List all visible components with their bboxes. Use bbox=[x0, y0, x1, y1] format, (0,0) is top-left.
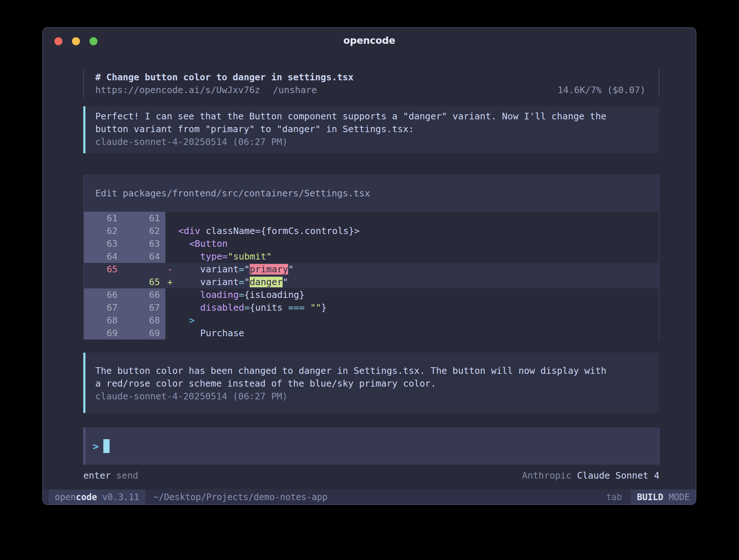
prompt-caret: > bbox=[93, 441, 99, 452]
line-number-old: 66 bbox=[84, 288, 122, 301]
model-label: Claude Sonnet 4 bbox=[577, 469, 659, 482]
diff-code-line: - variant="primary" bbox=[167, 263, 294, 276]
status-bar: opencode v0.3.11 ~/Desktop/Projects/demo… bbox=[43, 490, 696, 505]
line-number-new bbox=[122, 263, 165, 276]
line-number-new: 66 bbox=[122, 288, 165, 301]
line-number-old: 69 bbox=[84, 327, 122, 340]
app-name-code: code bbox=[76, 492, 97, 502]
diff-marker: + bbox=[167, 277, 173, 287]
session-title: # Change button color to danger in setti… bbox=[95, 71, 646, 84]
share-url-link[interactable]: https://opencode.ai/s/UwJxv76z bbox=[95, 84, 260, 96]
line-number-old: 63 bbox=[84, 237, 122, 250]
diff-view: 6161 6262 <div className={formCs.control… bbox=[84, 212, 659, 340]
titlebar: opencode bbox=[43, 28, 696, 53]
diff-code-line: type="submit" bbox=[167, 250, 272, 263]
send-hint: send bbox=[111, 469, 138, 482]
diff-code-line: + variant="danger" bbox=[167, 276, 288, 288]
assistant-message: The button color has been changed to dan… bbox=[83, 353, 659, 413]
enter-key-hint: enter bbox=[83, 469, 111, 482]
mode-indicator-chip: BUILD MODE bbox=[631, 490, 696, 505]
diff-row: 6363 <Button bbox=[84, 237, 659, 250]
app-version: v0.3.11 bbox=[97, 492, 139, 502]
diff-code-line: disabled={units === ""} bbox=[167, 301, 327, 314]
unshare-command[interactable]: /unshare bbox=[273, 84, 317, 96]
line-number-new: 63 bbox=[122, 237, 165, 250]
diff-row: 6161 bbox=[84, 212, 659, 225]
tab-key-hint: tab bbox=[606, 490, 622, 505]
message-text: The button color has been changed to dan… bbox=[95, 364, 648, 377]
message-model-timestamp: claude-sonnet-4-20250514 (06:27 PM) bbox=[95, 135, 648, 148]
line-number-new: 68 bbox=[122, 314, 165, 327]
provider-label: Anthropic bbox=[522, 469, 577, 482]
diff-marker bbox=[167, 328, 173, 338]
diff-code-line: Purchase bbox=[167, 327, 244, 340]
diff-marker bbox=[167, 289, 173, 300]
line-number-old: 62 bbox=[84, 225, 122, 237]
message-model-timestamp: claude-sonnet-4-20250514 (06:27 PM) bbox=[95, 390, 648, 403]
line-number-new: 61 bbox=[122, 212, 165, 225]
diff-row: 6262 <div className={formCs.controls}> bbox=[84, 225, 659, 237]
message-text: button variant from "primary" to "danger… bbox=[95, 123, 648, 135]
diff-row: 65+ variant="danger" bbox=[84, 276, 659, 288]
prompt-hint-row: enter send Anthropic Claude Sonnet 4 bbox=[83, 469, 659, 482]
context-usage-stats: 14.6K/7% ($0.07) bbox=[558, 84, 646, 96]
window-title: opencode bbox=[43, 28, 696, 53]
line-number-new: 64 bbox=[122, 250, 165, 263]
mode-suffix: MODE bbox=[663, 492, 690, 502]
opencode-window: opencode # Change button color to danger… bbox=[42, 27, 696, 505]
diff-row: 6868 > bbox=[84, 314, 659, 327]
assistant-message: Perfect! I can see that the Button compo… bbox=[83, 106, 659, 153]
line-number-old: 67 bbox=[84, 301, 122, 314]
line-number-old: 65 bbox=[84, 263, 122, 276]
diff-marker bbox=[167, 226, 173, 236]
diff-row: 6666 loading={isLoading} bbox=[84, 288, 659, 301]
diff-marker: - bbox=[167, 264, 173, 275]
mode-name: BUILD bbox=[637, 492, 663, 502]
session-header: # Change button color to danger in setti… bbox=[83, 70, 659, 97]
diff-code-line: <Button bbox=[167, 237, 228, 250]
diff-marker bbox=[167, 302, 173, 313]
diff-marker bbox=[167, 238, 173, 249]
diff-code-line: <div className={formCs.controls}> bbox=[167, 225, 360, 237]
edit-tool-block: Edit packages/frontend/src/containers/Se… bbox=[83, 174, 659, 340]
main-content: # Change button color to danger in setti… bbox=[43, 70, 696, 482]
line-number-new: 67 bbox=[122, 301, 165, 314]
line-number-new: 69 bbox=[122, 327, 165, 340]
line-number-new: 62 bbox=[122, 225, 165, 237]
line-number-old: 68 bbox=[84, 314, 122, 327]
message-text: a red/rose color scheme instead of the b… bbox=[95, 377, 648, 390]
diff-code-line: > bbox=[167, 314, 195, 327]
message-text: Perfect! I can see that the Button compo… bbox=[95, 110, 648, 123]
diff-marker bbox=[167, 315, 173, 326]
edit-tool-title: Edit packages/frontend/src/containers/Se… bbox=[84, 174, 659, 212]
line-number-old: 64 bbox=[84, 250, 122, 263]
app-version-chip: opencode v0.3.11 bbox=[49, 490, 145, 505]
diff-code-line: loading={isLoading} bbox=[167, 288, 305, 301]
diff-row: 65- variant="primary" bbox=[84, 263, 659, 276]
text-cursor bbox=[103, 439, 110, 453]
diff-code-line bbox=[167, 212, 173, 225]
diff-row: 6969 Purchase bbox=[84, 327, 659, 340]
diff-marker bbox=[167, 213, 173, 223]
line-number-old: 61 bbox=[84, 212, 122, 225]
line-number-old bbox=[84, 276, 122, 288]
line-number-new: 65 bbox=[122, 276, 165, 288]
working-directory: ~/Desktop/Projects/demo-notes-app bbox=[153, 490, 328, 505]
prompt-input[interactable]: > bbox=[83, 427, 659, 465]
diff-marker bbox=[167, 251, 173, 262]
diff-row: 6767 disabled={units === ""} bbox=[84, 301, 659, 314]
app-name-open: open bbox=[55, 492, 76, 502]
diff-row: 6464 type="submit" bbox=[84, 250, 659, 263]
